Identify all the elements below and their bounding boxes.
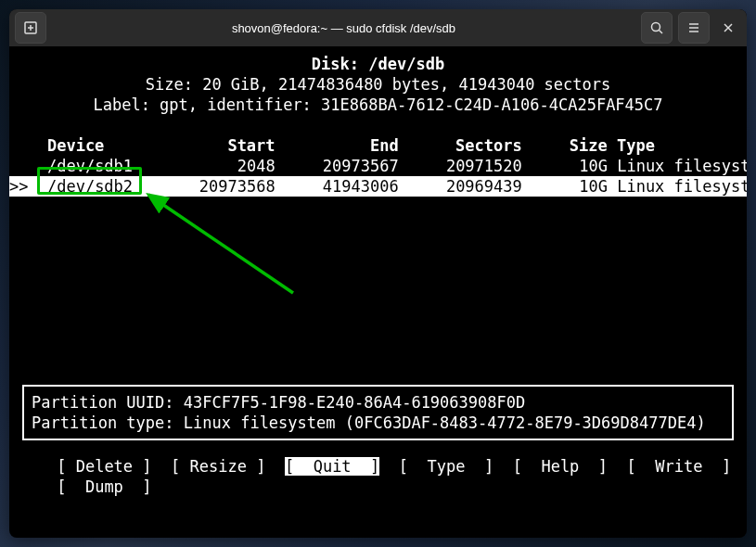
table-row[interactable]: /dev/sdb1 2048 20973567 20971520 10G Lin… [9, 156, 747, 176]
new-tab-icon [23, 20, 38, 35]
cell-sectors: 20971520 [446, 157, 522, 175]
cell-start: 2048 [237, 157, 275, 175]
cell-size: 10G [579, 157, 608, 175]
menu-help[interactable]: [ Help ] [513, 457, 608, 476]
cell-device: /dev/sdb2 [47, 177, 133, 196]
cell-size: 10G [579, 177, 608, 196]
partition-table-header: Device Start End Sectors Size Type [9, 135, 747, 156]
cell-sectors: 20969439 [446, 177, 522, 196]
window-title: shovon@fedora:~ — sudo cfdisk /dev/sdb [48, 21, 639, 35]
menu-bar: [ Delete ] [ Resize ] [ Quit ] [ Type ] … [9, 456, 747, 497]
col-device: Device Start End Sectors Size Type [9, 136, 655, 155]
cell-type: Linux filesystem [617, 177, 747, 196]
titlebar: shovon@fedora:~ — sudo cfdisk /dev/sdb [9, 9, 747, 46]
disk-label-line: Label: gpt, identifier: 31E868BA-7612-C2… [9, 95, 747, 115]
cell-end: 20973567 [323, 157, 399, 175]
new-tab-button[interactable] [15, 12, 46, 44]
close-button[interactable] [713, 13, 743, 43]
menu-dump[interactable]: [ Dump ] [57, 477, 151, 496]
table-row-selected[interactable]: >> /dev/sdb2 20973568 41943006 20969439 … [9, 176, 747, 197]
terminal-content[interactable]: Disk: /dev/sdb Size: 20 GiB, 21474836480… [9, 46, 747, 538]
hamburger-icon [686, 20, 701, 35]
menu-delete[interactable]: [ Delete ] [57, 457, 151, 476]
disk-title: Disk: /dev/sdb [9, 54, 747, 74]
partition-info-box: Partition UUID: 43FCF7F5-1F98-E240-86A4-… [22, 385, 734, 440]
search-button[interactable] [641, 12, 673, 44]
menu-write[interactable]: [ Write ] [627, 457, 732, 476]
info-type: Partition type: Linux filesystem (0FC63D… [32, 413, 706, 432]
disk-size-line: Size: 20 GiB, 21474836480 bytes, 4194304… [9, 74, 747, 95]
search-icon [649, 20, 664, 35]
svg-line-4 [660, 31, 663, 34]
cell-type: Linux filesystem [617, 157, 747, 175]
terminal-window: shovon@fedora:~ — sudo cfdisk /dev/sdb [9, 9, 747, 538]
info-uuid: Partition UUID: 43FCF7F5-1F98-E240-86A4-… [32, 393, 525, 412]
close-icon [722, 21, 735, 34]
svg-point-3 [652, 23, 660, 32]
cell-device: /dev/sdb1 [47, 157, 133, 175]
cell-start: 20973568 [199, 177, 275, 196]
menu-quit[interactable]: [ Quit ] [285, 457, 379, 476]
menu-resize[interactable]: [ Resize ] [171, 457, 265, 476]
menu-button[interactable] [678, 12, 710, 44]
cell-end: 41943006 [323, 177, 399, 196]
menu-type[interactable]: [ Type ] [399, 457, 493, 476]
